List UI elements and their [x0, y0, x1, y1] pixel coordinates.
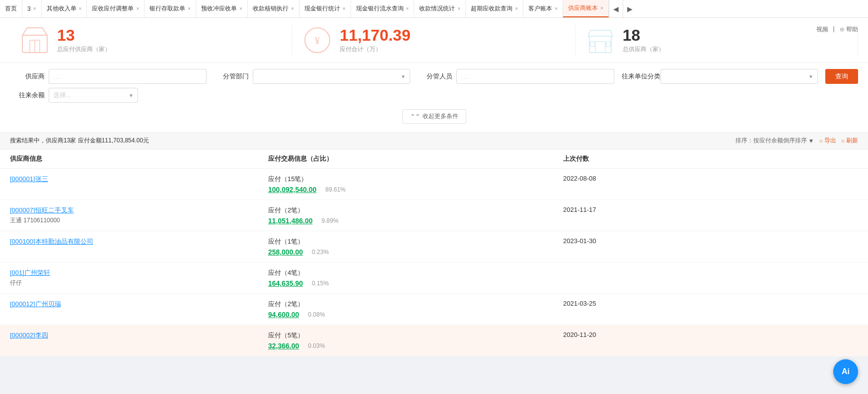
filter-category: 往来单位分类 ▼ — [622, 69, 818, 84]
col-header-supplier: 供应商信息 — [10, 154, 268, 163]
nav-tab-supplier-ledger[interactable]: 供应商账本 × — [563, 0, 609, 17]
stat-payable-value: 11,170.39 — [340, 27, 410, 43]
tx-amount[interactable]: 100,092,540.00 — [268, 186, 316, 194]
filter-dept: 分管部门 ▼ — [214, 69, 411, 84]
nav-tab-home-label: 首页 — [5, 4, 17, 13]
tx-info-cell: 应付（4笔） 164,635.90 0.15% — [268, 268, 563, 287]
supplier-link[interactable]: [001]广州荣轩 — [10, 268, 268, 277]
nav-tab-cash-flow[interactable]: 现金银行流水查询 × — [351, 0, 415, 17]
tx-amount[interactable]: 94,600.00 — [268, 311, 299, 319]
nav-tab-customer-ledger-close[interactable]: × — [555, 6, 558, 11]
filter-supplier-label: 供应商 — [10, 72, 45, 81]
video-link[interactable]: 视频 — [816, 25, 828, 34]
balance-input[interactable]: 选择... ▼ — [49, 88, 138, 103]
nav-tab-3-close[interactable]: × — [33, 6, 36, 11]
tx-percent: 0.15% — [312, 280, 329, 287]
sort-down-icon: ▼ — [808, 137, 814, 144]
supplier-link[interactable]: [000007]恒旺二手叉车 — [10, 206, 268, 215]
category-input[interactable]: ▼ — [660, 69, 818, 84]
stat-payable-total: ¥ 11,170.39 应付合计（万） — [292, 25, 575, 55]
nav-tab-receipt-verify-close[interactable]: × — [291, 6, 294, 11]
tx-info-cell: 应付（5笔） 32,366.00 0.03% — [268, 331, 563, 350]
export-button[interactable]: ○ 导出 — [819, 136, 836, 145]
tx-label: 应付（4笔） — [268, 268, 563, 277]
col-header-tx: 应付交易信息（占比） — [268, 154, 563, 163]
nav-tab-ar-adjust-close[interactable]: × — [136, 6, 139, 11]
tx-label: 应付（15笔） — [268, 175, 563, 184]
tx-amount[interactable]: 258,000.00 — [268, 248, 303, 256]
tx-amount[interactable]: 11,051,486.00 — [268, 217, 313, 225]
result-bar: 搜索结果中，供应商13家 应付金额111,703,854.00元 排序：按应付余… — [0, 132, 868, 149]
nav-tab-receipt-stat-close[interactable]: × — [457, 6, 460, 11]
person-input[interactable]: ... — [456, 69, 614, 84]
supplier-sub: 仔仔 — [10, 279, 268, 287]
filter-person-label: 分管人员 — [418, 72, 452, 81]
tx-percent: 89.61% — [325, 186, 346, 193]
last-pay-cell: 2020-11-20 — [563, 331, 858, 338]
nav-tab-other-income-close[interactable]: × — [79, 6, 82, 11]
tx-amount[interactable]: 32,366.00 — [268, 342, 299, 350]
nav-tab-receipt-verify-label: 收款核销执行 — [253, 4, 289, 13]
sort-button[interactable]: 排序：按应付余额倒序排序 ▼ — [735, 136, 814, 145]
supplier-link[interactable]: [000001]张三 — [10, 175, 268, 184]
supplier-info-cell: [000007]恒旺二手叉车 王通 17106110000 — [10, 206, 268, 225]
nav-tab-overdue-ar[interactable]: 超期应收款查询 × — [466, 0, 523, 17]
tx-label: 应付（5笔） — [268, 331, 563, 340]
nav-tab-3[interactable]: 3 × — [22, 0, 42, 17]
tx-info-cell: 应付（2笔） 94,600.00 0.08% — [268, 300, 563, 319]
export-icon: ○ — [819, 137, 823, 144]
filter-dept-label: 分管部门 — [214, 72, 249, 81]
nav-prev-button[interactable]: ◀ — [609, 0, 623, 18]
nav-tab-other-income[interactable]: 其他收入单 × — [42, 0, 87, 17]
supplier-link[interactable]: [000100]本特勤油品有限公司 — [10, 237, 268, 246]
last-pay-date: 2022-08-08 — [563, 175, 596, 182]
last-pay-date: 2023-01-30 — [563, 237, 596, 245]
collapse-button[interactable]: ⌃⌃ 收起更多条件 — [402, 109, 466, 124]
nav-tab-receipt-stat-label: 收款情况统计 — [419, 4, 455, 13]
tx-percent: 0.23% — [312, 249, 329, 256]
dept-input[interactable]: ▼ — [253, 69, 411, 84]
supplier-link[interactable]: [000012]广州贝瑞 — [10, 300, 268, 309]
nav-next-button[interactable]: ▶ — [623, 0, 637, 18]
supplier-input[interactable]: ... — [49, 69, 207, 84]
stat-supplier-info: 13 总应付供应商（家） — [57, 27, 111, 54]
nav-tab-customer-ledger-label: 客户账本 — [528, 4, 552, 13]
refresh-button[interactable]: ○ 刷新 — [841, 136, 858, 145]
nav-tab-overdue-ar-close[interactable]: × — [515, 6, 518, 11]
nav-tab-bank-deposit-close[interactable]: × — [188, 6, 191, 11]
nav-tab-prepay-ar[interactable]: 预收冲应收单 × — [196, 0, 248, 17]
nav-tab-receipt-verify[interactable]: 收款核销执行 × — [248, 0, 299, 17]
nav-tab-customer-ledger[interactable]: 客户账本 × — [523, 0, 563, 17]
nav-tab-receipt-stat[interactable]: 收款情况统计 × — [414, 0, 466, 17]
nav-tab-cash-flow-label: 现金银行流水查询 — [356, 4, 404, 13]
category-dropdown-icon: ▼ — [808, 74, 813, 79]
nav-tab-ar-adjust[interactable]: 应收应付调整单 × — [87, 0, 145, 17]
nav-tab-cash-bank-stat[interactable]: 现金银行统计 × — [299, 0, 351, 17]
nav-tab-3-label: 3 — [27, 5, 31, 12]
table-row: [000007]恒旺二手叉车 王通 17106110000 应付（2笔） 11,… — [0, 200, 868, 231]
supplier-link[interactable]: [000002]李四 — [10, 331, 268, 340]
nav-tab-supplier-ledger-close[interactable]: × — [600, 5, 603, 11]
filter-category-label: 往来单位分类 — [622, 72, 656, 81]
dept-dropdown-icon: ▼ — [401, 74, 406, 79]
nav-tab-cash-bank-stat-close[interactable]: × — [343, 6, 346, 11]
filter-row-2: 往来余额 选择... ▼ — [10, 88, 858, 103]
supplier-sub: 王通 17106110000 — [10, 216, 268, 225]
stat-icon-supplier — [20, 25, 50, 55]
nav-tab-bank-deposit[interactable]: 银行存取款单 × — [145, 0, 196, 17]
supplier-info-cell: [000100]本特勤油品有限公司 — [10, 237, 268, 246]
table-row: [001]广州荣轩 仔仔 应付（4笔） 164,635.90 0.15% — [0, 263, 868, 294]
last-pay-cell: 2021-11-17 — [563, 206, 858, 213]
table-row: [000100]本特勤油品有限公司 应付（1笔） 258,000.00 0.23… — [0, 231, 868, 263]
refresh-icon: ○ — [841, 137, 845, 144]
sort-area: 排序：按应付余额倒序排序 ▼ ○ 导出 ○ 刷新 — [735, 136, 858, 145]
nav-tab-cash-flow-close[interactable]: × — [406, 6, 409, 11]
nav-tab-prepay-ar-close[interactable]: × — [239, 6, 242, 11]
query-button[interactable]: 查询 — [825, 69, 858, 84]
tx-amount[interactable]: 164,635.90 — [268, 279, 303, 287]
nav-tab-bank-deposit-label: 银行存取款单 — [149, 4, 185, 13]
help-link[interactable]: ⊙ 帮助 — [840, 25, 858, 34]
nav-tab-home[interactable]: 首页 — [0, 0, 22, 17]
filter-row-1: 供应商 ... 分管部门 ▼ 分管人员 ... 往来单位分类 ▼ — [10, 69, 858, 84]
tx-info-cell: 应付（1笔） 258,000.00 0.23% — [268, 237, 563, 256]
